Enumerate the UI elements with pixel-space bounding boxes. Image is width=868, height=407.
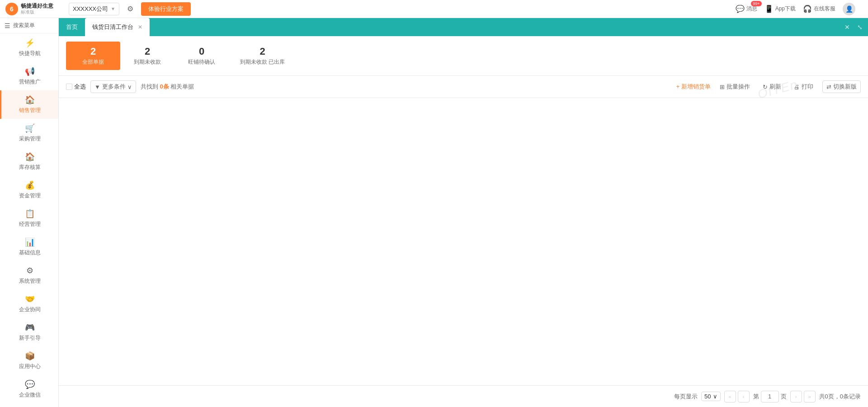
result-prefix: 共找到 <box>141 83 158 90</box>
page-number: 1 <box>768 393 771 400</box>
page-total: 共0页，0条记录 <box>819 393 861 401</box>
sidebar-search[interactable]: ☰ 搜索菜单 <box>0 18 58 33</box>
sidebar: ☰ 搜索菜单 ⚡ 快捷导航 📢 营销推广 🏠 销售管理 🛒 采购管理 🏠 库存核… <box>0 18 59 407</box>
stat-card-overdue[interactable]: 2 到期未收款 <box>120 42 175 70</box>
print-button[interactable]: 🖨 打印 <box>790 81 817 93</box>
last-page-button[interactable]: » <box>804 391 816 402</box>
sidebar-item-marketing[interactable]: 📢 营销推广 <box>0 62 58 90</box>
sidebar-item-label: 基础信息 <box>19 249 41 257</box>
header-middle: XXXXXX公司 ▼ ⚙ 体验行业方案 <box>64 2 736 16</box>
refresh-button[interactable]: ↻ 刷新 <box>759 81 785 93</box>
result-text: 共找到 0条 相关单据 <box>141 83 194 91</box>
sidebar-item-sales[interactable]: 🏠 销售管理 <box>0 90 58 119</box>
chevron-down-icon: ▼ <box>111 6 115 11</box>
online-service-label: 在线客服 <box>814 5 835 13</box>
stat-label-all: 全部单据 <box>77 58 109 66</box>
per-page-select[interactable]: 50 ∨ <box>701 392 720 401</box>
sidebar-item-system[interactable]: ⚙ 系统管理 <box>0 261 58 290</box>
apps-icon: 📦 <box>25 351 35 361</box>
page-input: 第 1 页 <box>753 391 787 402</box>
marketing-icon: 📢 <box>25 66 35 76</box>
content-area: 首页 钱货日清工作台 ✕ ✕ ⤡ 2 全部单据 2 到期未收款 <box>59 18 868 407</box>
tab-maximize-icon[interactable]: ⤡ <box>855 22 864 33</box>
sidebar-item-label: 新手引导 <box>19 334 41 342</box>
sidebar-item-apps[interactable]: 📦 应用中心 <box>0 346 58 375</box>
operations-icon: 📋 <box>25 209 35 219</box>
tab-home[interactable]: 首页 <box>59 18 85 36</box>
sidebar-item-label: 销售管理 <box>19 107 41 114</box>
sidebar-item-finance[interactable]: 💰 资金管理 <box>0 176 58 204</box>
stat-card-pending[interactable]: 0 旺铺待确认 <box>175 42 229 70</box>
settings-button[interactable]: ⚙ <box>124 3 137 15</box>
sidebar-item-wechat[interactable]: 💬 企业微信 <box>0 375 58 403</box>
app-download-label: App下载 <box>775 5 796 13</box>
logo-area: 6 畅捷通好生意 标准版 <box>5 3 64 15</box>
main-layout: ☰ 搜索菜单 ⚡ 快捷导航 📢 营销推广 🏠 销售管理 🛒 采购管理 🏠 库存核… <box>0 18 868 407</box>
next-page-icon: › <box>795 394 797 399</box>
app-download-button[interactable]: 📱 App下载 <box>764 5 796 13</box>
next-page-button[interactable]: › <box>790 391 802 402</box>
logo-text: 畅捷通好生意 标准版 <box>21 3 53 14</box>
stat-number-shipped: 2 <box>240 46 285 57</box>
wechat-icon: 💬 <box>25 379 35 389</box>
stat-number-pending: 0 <box>186 46 217 57</box>
sales-icon: 🏠 <box>25 95 35 105</box>
sidebar-item-label: 营销推广 <box>19 78 41 86</box>
batch-icon: ⊞ <box>720 84 725 90</box>
trial-button[interactable]: 体验行业方案 <box>141 2 191 16</box>
per-page-chevron-icon: ∨ <box>713 393 717 400</box>
select-all-checkbox[interactable]: 全选 <box>66 83 86 91</box>
sidebar-item-label: 库存核算 <box>19 164 41 171</box>
app-title: 畅捷通好生意 <box>21 3 53 9</box>
company-selector[interactable]: XXXXXX公司 ▼ <box>69 3 119 15</box>
tab-actions: ✕ ⤡ <box>843 22 868 33</box>
toolbar: 全选 ▼ 更多条件 ∨ 共找到 0条 相关单据 + 新增销货单 <box>59 76 868 98</box>
filter-button[interactable]: ▼ 更多条件 ∨ <box>90 80 136 93</box>
switch-version-button[interactable]: ⇄ 切换新版 <box>822 80 861 93</box>
stat-card-shipped[interactable]: 2 到期未收款 已出库 <box>229 42 296 70</box>
avatar[interactable]: 👤 <box>843 3 855 15</box>
page-nav: « ‹ <box>724 391 750 402</box>
stat-label-shipped: 到期未收款 已出库 <box>240 58 285 66</box>
sidebar-item-label: 资金管理 <box>19 192 41 200</box>
sidebar-item-operations[interactable]: 📋 经营管理 <box>0 204 58 233</box>
sidebar-item-purchase[interactable]: 🛒 采购管理 <box>0 119 58 147</box>
add-sales-button[interactable]: + 新增销货单 <box>676 83 711 91</box>
sidebar-item-member[interactable]: V 畅会员 <box>0 403 58 407</box>
sidebar-item-basic[interactable]: 📊 基础信息 <box>0 233 58 261</box>
sidebar-item-label: 系统管理 <box>19 277 41 285</box>
print-label: 打印 <box>802 83 813 91</box>
tab-close-icon[interactable]: ✕ <box>138 24 142 30</box>
sidebar-item-quick-nav[interactable]: ⚡ 快捷导航 <box>0 33 58 62</box>
message-button[interactable]: 💬 消息 99+ <box>736 5 757 13</box>
tab-workbench[interactable]: 钱货日清工作台 ✕ <box>85 18 150 36</box>
sidebar-item-inventory[interactable]: 🏠 库存核算 <box>0 147 58 176</box>
checkbox-input[interactable] <box>66 84 72 90</box>
stat-card-all[interactable]: 2 全部单据 <box>66 42 120 70</box>
batch-operation-button[interactable]: ⊞ 批量操作 <box>716 81 754 93</box>
message-icon: 💬 <box>736 5 745 13</box>
refresh-icon: ↻ <box>763 84 768 90</box>
sidebar-item-label: 企业微信 <box>19 391 41 399</box>
sidebar-item-label: 企业协同 <box>19 306 41 313</box>
result-count: 0条 <box>160 83 169 90</box>
stat-number-overdue: 2 <box>132 46 163 57</box>
quick-nav-icon: ⚡ <box>25 38 35 48</box>
prev-page-button[interactable]: ‹ <box>738 391 750 402</box>
first-page-button[interactable]: « <box>724 391 736 402</box>
sidebar-item-coop[interactable]: 🤝 企业协同 <box>0 290 58 318</box>
refresh-label: 刷新 <box>769 83 781 91</box>
guide-icon: 🎮 <box>25 323 35 332</box>
stat-label-pending: 旺铺待确认 <box>186 58 217 66</box>
finance-icon: 💰 <box>25 180 35 190</box>
online-service-button[interactable]: 🎧 在线客服 <box>803 5 835 13</box>
stat-label-overdue: 到期未收款 <box>132 58 163 66</box>
prev-page-icon: ‹ <box>743 394 745 399</box>
tab-minimize-icon[interactable]: ✕ <box>843 22 852 33</box>
page-number-input[interactable]: 1 <box>761 391 779 402</box>
per-page-label: 每页显示 <box>674 393 698 401</box>
sidebar-item-guide[interactable]: 🎮 新手引导 <box>0 318 58 346</box>
last-page-icon: » <box>808 394 811 399</box>
print-icon: 🖨 <box>794 84 800 90</box>
switch-icon: ⇄ <box>826 84 831 90</box>
